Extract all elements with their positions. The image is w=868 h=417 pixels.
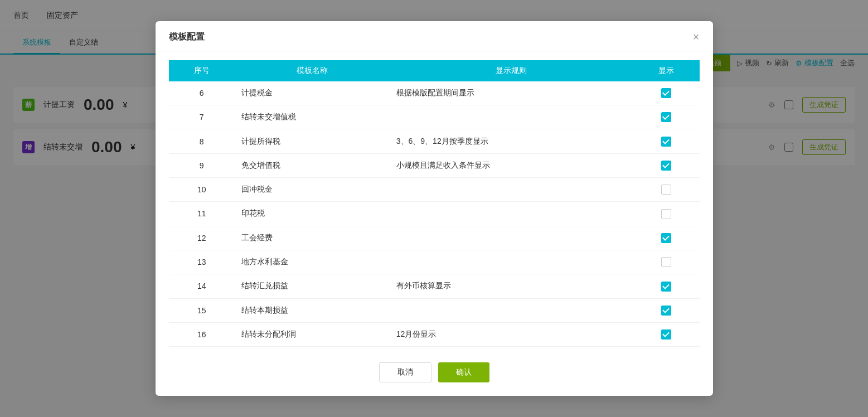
- cell-name: 结转未交增值税: [235, 105, 390, 129]
- checkbox-row-11[interactable]: [661, 209, 671, 219]
- cell-checkbox: [633, 202, 699, 226]
- cell-checkbox: [633, 105, 699, 129]
- cell-name: 结转未分配利润: [235, 322, 390, 346]
- config-table: 序号 模板名称 显示规则 显示 6计提税金根据模版配置期间显示7结转未交增值税8…: [169, 60, 700, 347]
- cell-checkbox: [633, 178, 699, 202]
- cell-index: 15: [169, 298, 235, 322]
- cell-rule: [390, 298, 633, 322]
- cell-rule: 12月份显示: [390, 322, 633, 346]
- col-index: 序号: [169, 60, 235, 81]
- cell-checkbox: [633, 226, 699, 250]
- table-header-row: 序号 模板名称 显示规则 显示: [169, 60, 700, 81]
- checkbox-row-12[interactable]: [661, 233, 671, 243]
- table-row: 14结转汇兑损益有外币核算显示: [169, 274, 700, 298]
- modal-footer: 取消 确认: [156, 356, 713, 382]
- modal-template-config: 模板配置 × 序号 模板名称 显示规则 显示: [156, 21, 713, 396]
- col-show: 显示: [633, 60, 699, 81]
- confirm-button[interactable]: 确认: [438, 362, 489, 382]
- cell-checkbox: [633, 322, 699, 346]
- modal-header: 模板配置 ×: [156, 21, 713, 51]
- checkbox-row-13[interactable]: [661, 257, 671, 267]
- checkbox-row-15[interactable]: [661, 306, 671, 316]
- cell-name: 工会经费: [235, 226, 390, 250]
- table-body: 6计提税金根据模版配置期间显示7结转未交增值税8计提所得税3、6、9、12月按季…: [169, 81, 700, 347]
- cell-checkbox: [633, 81, 699, 105]
- cell-checkbox: [633, 298, 699, 322]
- cell-name: 免交增值税: [235, 153, 390, 177]
- cell-checkbox: [633, 274, 699, 298]
- cell-checkbox: [633, 250, 699, 274]
- cell-name: 结转本期损益: [235, 298, 390, 322]
- cell-name: 结转汇兑损益: [235, 274, 390, 298]
- checkbox-row-16[interactable]: [661, 329, 671, 340]
- table-row: 6计提税金根据模版配置期间显示: [169, 81, 700, 105]
- cell-index: 14: [169, 274, 235, 298]
- cell-rule: [390, 178, 633, 202]
- table-row: 12工会经费: [169, 226, 700, 250]
- modal-body: 序号 模板名称 显示规则 显示 6计提税金根据模版配置期间显示7结转未交增值税8…: [156, 51, 713, 356]
- cell-rule: 3、6、9、12月按季度显示: [390, 129, 633, 153]
- cell-rule: 小规模且满足收入条件显示: [390, 153, 633, 177]
- cell-index: 7: [169, 105, 235, 129]
- modal-close-button[interactable]: ×: [693, 31, 700, 42]
- col-name: 模板名称: [235, 60, 390, 81]
- table-row: 7结转未交增值税: [169, 105, 700, 129]
- cell-rule: 有外币核算显示: [390, 274, 633, 298]
- cell-index: 12: [169, 226, 235, 250]
- cell-rule: [390, 250, 633, 274]
- cell-index: 10: [169, 178, 235, 202]
- cell-index: 9: [169, 153, 235, 177]
- cell-rule: [390, 105, 633, 129]
- modal-title: 模板配置: [169, 31, 205, 43]
- table-row: 10回冲税金: [169, 178, 700, 202]
- cell-rule: [390, 202, 633, 226]
- cell-checkbox: [633, 153, 699, 177]
- cell-name: 计提税金: [235, 81, 390, 105]
- cell-index: 8: [169, 129, 235, 153]
- cell-checkbox: [633, 129, 699, 153]
- table-row: 13地方水利基金: [169, 250, 700, 274]
- checkbox-row-9[interactable]: [661, 161, 671, 171]
- cell-index: 11: [169, 202, 235, 226]
- cancel-button[interactable]: 取消: [379, 362, 431, 382]
- cell-name: 计提所得税: [235, 129, 390, 153]
- cell-index: 16: [169, 322, 235, 346]
- checkbox-row-7[interactable]: [661, 112, 671, 122]
- table-row: 8计提所得税3、6、9、12月按季度显示: [169, 129, 700, 153]
- col-rule: 显示规则: [390, 60, 633, 81]
- cell-name: 印花税: [235, 202, 390, 226]
- overlay: 模板配置 × 序号 模板名称 显示规则 显示: [0, 0, 868, 417]
- cell-name: 地方水利基金: [235, 250, 390, 274]
- checkbox-row-6[interactable]: [661, 88, 671, 98]
- cell-rule: [390, 226, 633, 250]
- table-row: 9免交增值税小规模且满足收入条件显示: [169, 153, 700, 177]
- cell-index: 6: [169, 81, 235, 105]
- cell-index: 13: [169, 250, 235, 274]
- checkbox-row-10[interactable]: [661, 185, 671, 195]
- cell-name: 回冲税金: [235, 178, 390, 202]
- background-page: 首页 固定资产 系统模板 自定义结 测算金额 ▷ 视频 ↻ 刷新 ⚙ 模板配置 …: [0, 0, 868, 417]
- cell-rule: 根据模版配置期间显示: [390, 81, 633, 105]
- checkbox-row-8[interactable]: [661, 137, 671, 147]
- checkbox-row-14[interactable]: [661, 282, 671, 292]
- table-row: 11印花税: [169, 202, 700, 226]
- table-row: 16结转未分配利润12月份显示: [169, 322, 700, 346]
- table-row: 15结转本期损益: [169, 298, 700, 322]
